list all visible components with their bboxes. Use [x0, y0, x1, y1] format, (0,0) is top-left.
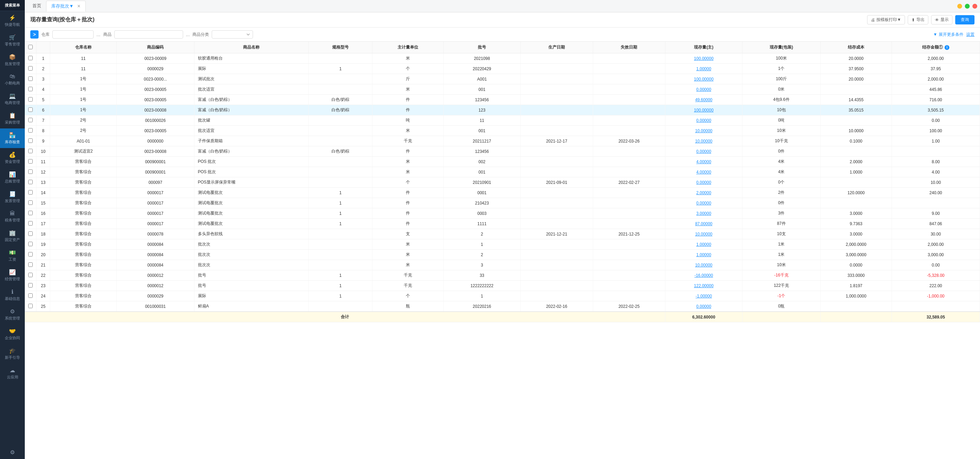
sidebar-item-retail[interactable]: 🛒 零售管理 — [0, 31, 25, 50]
cell-qty-main[interactable]: 100.00000 — [665, 105, 743, 115]
cell-qty-main[interactable]: 10.00000 — [665, 136, 743, 147]
cell-qty-main[interactable]: 10.00000 — [665, 126, 743, 136]
print-btn[interactable]: 🖨 按模板打印▼ — [867, 15, 905, 24]
sidebar-logo[interactable]: 搜索菜单 — [0, 0, 25, 11]
cell-checkbox[interactable] — [25, 270, 37, 280]
tab-close-btn[interactable]: ✕ — [77, 4, 81, 9]
window-maximize-btn[interactable] — [965, 4, 970, 9]
page-title: 现存量查询(按仓库＋批次) — [30, 16, 95, 24]
cell-checkbox[interactable] — [25, 167, 37, 177]
cell-checkbox[interactable] — [25, 177, 37, 188]
cell-checkbox[interactable] — [25, 157, 37, 167]
cell-checkbox[interactable] — [25, 126, 37, 136]
cell-qty-main[interactable]: 100.00000 — [665, 74, 743, 84]
cell-qty-main[interactable]: 0.00000 — [665, 147, 743, 157]
cell-unit: 米 — [372, 126, 443, 136]
sidebar-item-labor[interactable]: 💵 工资 — [0, 246, 25, 266]
cell-checkbox[interactable] — [25, 115, 37, 126]
window-close-btn[interactable] — [972, 4, 977, 9]
settings-link[interactable]: 设置 — [966, 32, 975, 38]
cell-checkbox[interactable] — [25, 95, 37, 105]
cell-checkbox[interactable] — [25, 136, 37, 147]
cell-checkbox[interactable] — [25, 188, 37, 198]
amount-info-icon[interactable]: i — [945, 45, 949, 50]
cell-qty-main[interactable]: 10.00000 — [665, 260, 743, 270]
cell-qty-main[interactable]: 10.00000 — [665, 229, 743, 239]
show-btn[interactable]: 👁 显示 — [931, 15, 953, 24]
sidebar-item-fixed[interactable]: 🏢 固定资产 — [0, 226, 25, 246]
expand-conditions-btn[interactable]: ▼ 展开更多条件 — [933, 32, 964, 38]
cell-checkbox[interactable] — [25, 74, 37, 84]
cell-qty-main[interactable]: -16.00000 — [665, 270, 743, 280]
sidebar-settings-btn[interactable]: ⚙ — [0, 446, 25, 459]
cell-qty-main[interactable]: 0.00000 — [665, 198, 743, 208]
cell-checkbox[interactable] — [25, 64, 37, 74]
cell-checkbox[interactable] — [25, 198, 37, 208]
tab-home[interactable]: 首页 — [27, 1, 46, 12]
cell-checkbox[interactable] — [25, 84, 37, 95]
cell-qty-main[interactable]: 1.00000 — [665, 64, 743, 74]
cell-spec: 1 — [309, 219, 372, 229]
cell-checkbox[interactable] — [25, 147, 37, 157]
cell-checkbox[interactable] — [25, 105, 37, 115]
sidebar-item-ecommerce-small[interactable]: 🛍 小鹅电商 — [0, 70, 25, 89]
cell-qty-main[interactable]: 100.00000 — [665, 53, 743, 64]
header-actions: 🖨 按模板打印▼ ⬆ 导出 👁 显示 查询 — [867, 15, 975, 24]
cell-qty-main[interactable]: 4.00000 — [665, 157, 743, 167]
sidebar-item-system[interactable]: ⚙ 系统管理 — [0, 305, 25, 324]
cell-qty-main[interactable]: 122.00000 — [665, 280, 743, 291]
cell-checkbox[interactable] — [25, 219, 37, 229]
cell-num: 9 — [37, 136, 50, 147]
cell-qty-main[interactable]: 0.00000 — [665, 301, 743, 312]
system-icon: ⚙ — [10, 308, 15, 315]
sidebar-item-cloud[interactable]: ☁ 云应用 — [0, 363, 25, 383]
cell-checkbox[interactable] — [25, 280, 37, 291]
cell-qty-main[interactable]: -1.00000 — [665, 291, 743, 301]
cell-checkbox[interactable] — [25, 229, 37, 239]
cell-qty-main[interactable]: 49.60000 — [665, 95, 743, 105]
cell-checkbox[interactable] — [25, 250, 37, 260]
sidebar-item-quicknav[interactable]: ⚡ 快捷导航 — [0, 11, 25, 31]
cell-qty-main[interactable]: 1.00000 — [665, 239, 743, 250]
cell-checkbox[interactable] — [25, 260, 37, 270]
cell-qty-main[interactable]: 0.00000 — [665, 177, 743, 188]
cell-qty-main[interactable]: 0.00000 — [665, 84, 743, 95]
sidebar-item-inventory[interactable]: 🏪 库存核查 — [0, 128, 25, 148]
cell-qty-main[interactable]: 87.00000 — [665, 219, 743, 229]
cell-checkbox[interactable] — [25, 301, 37, 312]
cell-checkbox[interactable] — [25, 239, 37, 250]
sidebar-item-wholesale[interactable]: 📦 批发管理 — [0, 50, 25, 70]
tab-inventory-batch[interactable]: 库存批次▼ ✕ — [46, 1, 86, 12]
cell-exp-date — [593, 260, 665, 270]
search-btn[interactable]: 查询 — [955, 15, 975, 24]
export-btn[interactable]: ⬆ 导出 — [908, 15, 928, 24]
select-all-checkbox[interactable] — [28, 45, 33, 49]
sidebar-item-ecommerce[interactable]: 💻 电商管理 — [0, 89, 25, 109]
sidebar-item-base[interactable]: ℹ 基础信息 — [0, 285, 25, 305]
sidebar-item-invoice[interactable]: 🧾 发票管理 — [0, 187, 25, 207]
cell-qty-main[interactable]: 2.00000 — [665, 188, 743, 198]
filter-nav-btn[interactable]: > — [30, 30, 38, 38]
cell-name: 多头异色软线 — [194, 229, 309, 239]
sidebar-item-biz[interactable]: 📈 经营管理 — [0, 266, 25, 285]
cell-qty-main[interactable]: 1.00000 — [665, 250, 743, 260]
cell-checkbox[interactable] — [25, 291, 37, 301]
sidebar-item-purchase[interactable]: 📋 采购管理 — [0, 109, 25, 128]
cell-checkbox[interactable] — [25, 53, 37, 64]
cell-qty-inv: 0件 — [742, 198, 820, 208]
sidebar-item-tax[interactable]: 🏛 税务管理 — [0, 207, 25, 226]
sidebar-item-asset[interactable]: 💰 资金管理 — [0, 148, 25, 168]
inventory-icon: 🏪 — [9, 132, 16, 139]
warehouse-input[interactable] — [52, 30, 94, 38]
window-minimize-btn[interactable] — [957, 4, 962, 9]
category-select[interactable] — [212, 30, 253, 38]
product-input[interactable] — [114, 30, 183, 38]
sidebar-item-collab[interactable]: 🤝 企业协同 — [0, 324, 25, 344]
cell-qty-main[interactable]: 0.00000 — [665, 115, 743, 126]
cell-checkbox[interactable] — [25, 208, 37, 219]
cell-qty-main[interactable]: 3.00000 — [665, 208, 743, 219]
sidebar-item-general[interactable]: 📊 总账管理 — [0, 168, 25, 187]
cell-qty-main[interactable]: 4.00000 — [665, 167, 743, 177]
cell-code: 0000017 — [117, 219, 194, 229]
sidebar-item-newbie[interactable]: 🎓 新手引导 — [0, 344, 25, 363]
